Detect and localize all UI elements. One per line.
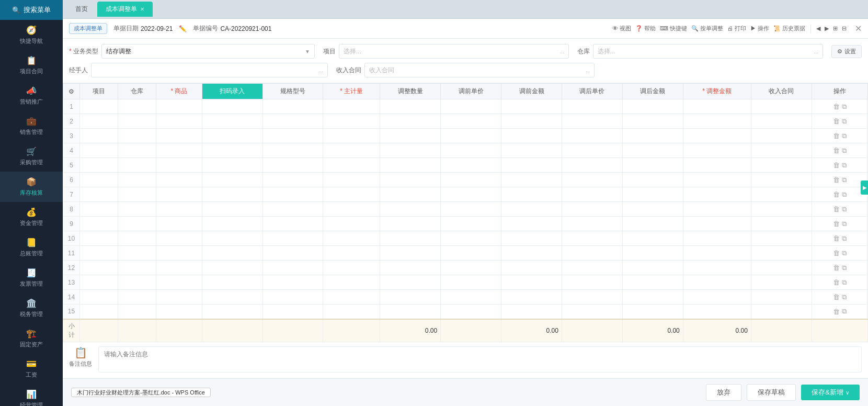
cell-warehouse[interactable]	[118, 275, 156, 290]
cell-after-price[interactable]	[562, 304, 622, 319]
sidebar-item-tax-mgmt[interactable]: 🏛️ 税务管理	[0, 293, 63, 323]
cell-after-price[interactable]	[562, 143, 622, 158]
delete-row-icon[interactable]: 🗑	[833, 293, 840, 301]
cell-income-contract[interactable]	[751, 187, 812, 202]
copy-row-icon[interactable]: ⧉	[842, 161, 847, 170]
save-new-button[interactable]: 保存&新增 ∨	[801, 385, 860, 400]
cell-goods[interactable]	[156, 173, 202, 187]
toolbar-history-btn[interactable]: 📜 历史票据	[773, 25, 805, 32]
cell-goods[interactable]	[156, 99, 202, 114]
toolbar-operation-btn[interactable]: ▶ 操作	[750, 25, 769, 32]
warehouse-input[interactable]: 选择... ...	[593, 44, 823, 59]
tab-home[interactable]: 首页	[67, 2, 96, 17]
cell-goods[interactable]	[156, 290, 202, 304]
cell-warehouse[interactable]	[118, 129, 156, 143]
cell-adj-amount[interactable]	[683, 217, 751, 231]
cell-adj-amount[interactable]	[683, 143, 751, 158]
cell-income-contract[interactable]	[751, 114, 812, 129]
copy-row-icon[interactable]: ⧉	[842, 132, 847, 140]
notes-input[interactable]	[98, 346, 862, 373]
cell-unit[interactable]	[323, 231, 380, 246]
cell-adj-qty[interactable]	[380, 217, 441, 231]
income-contract-input[interactable]: 收入合同 ...	[364, 63, 595, 77]
cell-after-price[interactable]	[562, 202, 622, 217]
cell-adj-amount[interactable]	[683, 99, 751, 114]
cell-spec[interactable]	[262, 275, 323, 290]
cell-unit[interactable]	[323, 261, 380, 275]
handler-input[interactable]: ...	[91, 63, 328, 77]
cell-scan[interactable]	[202, 246, 262, 261]
cell-income-contract[interactable]	[751, 304, 812, 319]
cell-project[interactable]	[80, 231, 118, 246]
cell-warehouse[interactable]	[118, 114, 156, 129]
cell-adj-qty[interactable]	[380, 99, 441, 114]
cell-spec[interactable]	[262, 261, 323, 275]
toolbar-layout2-btn[interactable]: ⊟	[842, 25, 847, 32]
cell-after-amount[interactable]	[622, 304, 683, 319]
cell-prev-price[interactable]	[441, 231, 501, 246]
cell-warehouse[interactable]	[118, 217, 156, 231]
sidebar-item-quick-nav[interactable]: 🧭 快捷导航	[0, 20, 63, 50]
cell-scan[interactable]	[202, 173, 262, 187]
cell-spec[interactable]	[262, 114, 323, 129]
copy-row-icon[interactable]: ⧉	[842, 264, 847, 272]
cell-warehouse[interactable]	[118, 246, 156, 261]
cell-project[interactable]	[80, 217, 118, 231]
cell-warehouse[interactable]	[118, 143, 156, 158]
delete-row-icon[interactable]: 🗑	[833, 220, 840, 228]
sidebar-item-fixed-assets[interactable]: 🏗️ 固定资产	[0, 323, 63, 354]
cell-scan[interactable]	[202, 129, 262, 143]
copy-row-icon[interactable]: ⧉	[842, 293, 847, 301]
cell-income-contract[interactable]	[751, 143, 812, 158]
cell-after-price[interactable]	[562, 173, 622, 187]
col-settings[interactable]: ⚙	[63, 84, 80, 99]
cell-goods[interactable]	[156, 261, 202, 275]
cell-after-amount[interactable]	[622, 246, 683, 261]
cell-warehouse[interactable]	[118, 173, 156, 187]
cell-adj-amount[interactable]	[683, 246, 751, 261]
cell-adj-qty[interactable]	[380, 187, 441, 202]
cell-prev-price[interactable]	[441, 217, 501, 231]
cell-prev-amount[interactable]	[501, 246, 562, 261]
cell-after-price[interactable]	[562, 231, 622, 246]
taskbar-wps-item[interactable]: 木门行业好业财处理方案-墨红红.doc - WPS Office	[71, 388, 211, 397]
cell-prev-amount[interactable]	[501, 99, 562, 114]
sidebar-item-sales-promo[interactable]: 📣 营销推广	[0, 81, 63, 111]
toolbar-shortcut-btn[interactable]: ⌨ 快捷键	[660, 25, 687, 32]
toolbar-print-btn[interactable]: 🖨 打印	[727, 25, 746, 32]
cell-after-price[interactable]	[562, 261, 622, 275]
cell-prev-price[interactable]	[441, 261, 501, 275]
toolbar-layout1-btn[interactable]: ⊞	[833, 25, 838, 32]
copy-row-icon[interactable]: ⧉	[842, 103, 847, 111]
cell-prev-price[interactable]	[441, 275, 501, 290]
cell-unit[interactable]	[323, 143, 380, 158]
delete-row-icon[interactable]: 🗑	[833, 249, 840, 257]
sidebar-item-purchase-mgmt[interactable]: 🛒 采购管理	[0, 141, 63, 172]
cell-prev-price[interactable]	[441, 158, 501, 173]
cell-project[interactable]	[80, 143, 118, 158]
cell-project[interactable]	[80, 275, 118, 290]
sidebar-item-project-contract[interactable]: 📋 项目合同	[0, 50, 63, 81]
cell-scan[interactable]	[202, 99, 262, 114]
copy-row-icon[interactable]: ⧉	[842, 220, 847, 228]
cell-scan[interactable]	[202, 231, 262, 246]
cell-adj-amount[interactable]	[683, 187, 751, 202]
cell-goods[interactable]	[156, 158, 202, 173]
cell-after-amount[interactable]	[622, 202, 683, 217]
cell-unit[interactable]	[323, 304, 380, 319]
cell-prev-price[interactable]	[441, 143, 501, 158]
cell-adj-qty[interactable]	[380, 202, 441, 217]
cell-after-price[interactable]	[562, 129, 622, 143]
cell-adj-qty[interactable]	[380, 246, 441, 261]
cell-scan[interactable]	[202, 143, 262, 158]
cell-spec[interactable]	[262, 304, 323, 319]
cell-scan[interactable]	[202, 187, 262, 202]
cell-scan[interactable]	[202, 290, 262, 304]
cell-scan[interactable]	[202, 304, 262, 319]
cell-warehouse[interactable]	[118, 187, 156, 202]
cell-after-amount[interactable]	[622, 143, 683, 158]
cell-project[interactable]	[80, 173, 118, 187]
cell-spec[interactable]	[262, 246, 323, 261]
cell-after-amount[interactable]	[622, 99, 683, 114]
cell-prev-amount[interactable]	[501, 129, 562, 143]
